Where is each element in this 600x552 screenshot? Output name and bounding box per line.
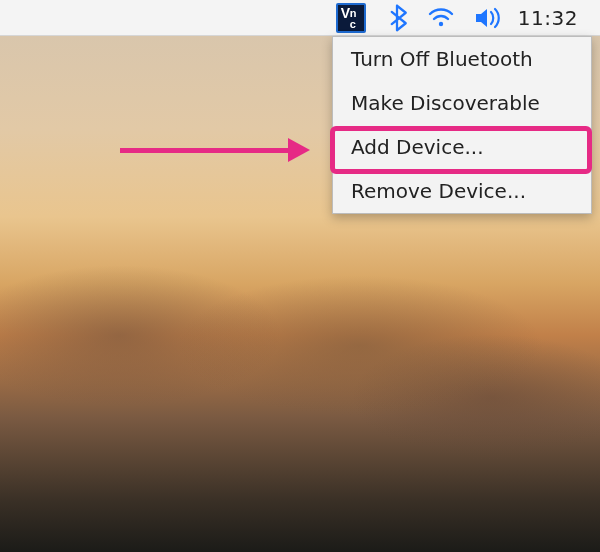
menu-item-label: Make Discoverable — [351, 91, 540, 115]
menu-item-add-device[interactable]: Add Device... — [333, 125, 591, 169]
menu-item-turn-off-bluetooth[interactable]: Turn Off Bluetooth — [333, 37, 591, 81]
vnc-icon: V n c — [336, 3, 366, 33]
menu-item-label: Add Device... — [351, 135, 484, 159]
menu-item-remove-device[interactable]: Remove Device... — [333, 169, 591, 213]
bluetooth-icon — [386, 4, 408, 32]
volume-tray-icon[interactable] — [464, 0, 512, 36]
bluetooth-dropdown-menu: Turn Off Bluetooth Make Discoverable Add… — [332, 36, 592, 214]
wifi-icon — [428, 7, 454, 29]
vnc-tray-icon[interactable]: V n c — [326, 0, 376, 36]
wifi-tray-icon[interactable] — [418, 0, 464, 36]
bluetooth-tray-icon[interactable] — [376, 0, 418, 36]
taskbar: V n c 11:32 — [0, 0, 600, 36]
svg-point-0 — [439, 21, 443, 25]
speaker-icon — [474, 7, 502, 29]
clock-text: 11:32 — [518, 6, 578, 30]
menu-item-label: Remove Device... — [351, 179, 526, 203]
menu-item-make-discoverable[interactable]: Make Discoverable — [333, 81, 591, 125]
menu-item-label: Turn Off Bluetooth — [351, 47, 533, 71]
clock[interactable]: 11:32 — [512, 0, 588, 36]
